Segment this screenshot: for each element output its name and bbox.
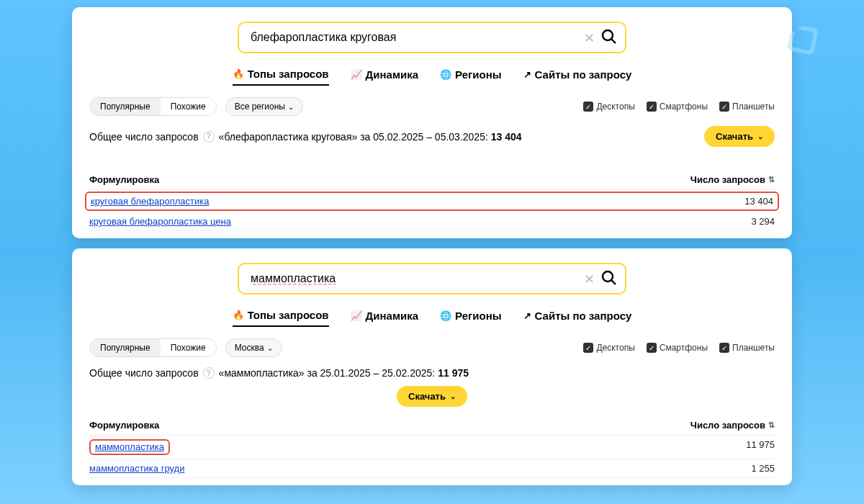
svg-line-3 bbox=[611, 280, 616, 284]
result-link[interactable]: круговая блефаропластика цена bbox=[89, 216, 231, 227]
summary-row: Общее число запросов ? «маммопластика» з… bbox=[89, 367, 775, 379]
download-center: Скачать ⌄ bbox=[89, 386, 775, 407]
filters-left: Популярные Похожие Все регионы ⌄ bbox=[89, 97, 303, 116]
region-label: Все регионы bbox=[235, 102, 285, 112]
check-icon: ✓ bbox=[647, 343, 657, 353]
pill-similar[interactable]: Похожие bbox=[161, 339, 216, 356]
chevron-down-icon: ⌄ bbox=[450, 392, 456, 400]
download-button[interactable]: Скачать ⌄ bbox=[704, 126, 775, 147]
summary-prefix: Общее число запросов bbox=[89, 367, 199, 379]
summary-text: Общее число запросов ? «блефаропластика … bbox=[89, 131, 522, 143]
tab-regions[interactable]: 🌐 Регионы bbox=[440, 68, 501, 86]
tab-regions[interactable]: 🌐 Регионы bbox=[440, 309, 501, 327]
tab-sites[interactable]: ↗ Сайты по запросу bbox=[523, 309, 632, 327]
checkbox-smartphone[interactable]: ✓ Смартфоны bbox=[647, 343, 708, 353]
checkbox-label: Смартфоны bbox=[660, 343, 708, 353]
summary-prefix: Общее число запросов bbox=[89, 131, 199, 143]
help-icon[interactable]: ? bbox=[203, 367, 215, 379]
check-icon: ✓ bbox=[583, 102, 593, 112]
panel-2: ✕ 🔥 Топы запросов 📈 Динамика 🌐 Регионы ↗… bbox=[72, 248, 792, 485]
tab-dynamics[interactable]: 📈 Динамика bbox=[351, 309, 418, 327]
tab-label: Топы запросов bbox=[248, 309, 329, 321]
search-box: ✕ bbox=[238, 22, 626, 53]
filter-row: Популярные Похожие Все регионы ⌄ ✓ Дескт… bbox=[89, 97, 775, 116]
pill-group: Популярные Похожие bbox=[89, 338, 217, 357]
col-formula: Формулировка bbox=[89, 174, 159, 185]
check-icon: ✓ bbox=[719, 102, 729, 112]
filters-left: Популярные Похожие Москва ⌄ bbox=[89, 338, 282, 357]
globe-icon: 🌐 bbox=[440, 310, 451, 321]
tab-label: Сайты по запросу bbox=[535, 310, 632, 322]
result-link[interactable]: круговая блефаропластика bbox=[91, 196, 209, 207]
col-count-label: Число запросов bbox=[690, 174, 765, 185]
search-icon[interactable] bbox=[600, 269, 618, 289]
tabs: 🔥 Топы запросов 📈 Динамика 🌐 Регионы ↗ С… bbox=[89, 68, 775, 86]
sort-icon: ⇅ bbox=[768, 175, 775, 184]
region-selector[interactable]: Все регионы ⌄ bbox=[225, 97, 303, 116]
checkbox-desktop[interactable]: ✓ Десктопы bbox=[583, 343, 634, 353]
flame-icon: 🔥 bbox=[233, 68, 244, 79]
checkbox-smartphone[interactable]: ✓ Смартфоны bbox=[647, 102, 708, 112]
tabs: 🔥 Топы запросов 📈 Динамика 🌐 Регионы ↗ С… bbox=[89, 309, 775, 327]
table-row: круговая блефаропластика 13 404 bbox=[85, 192, 779, 211]
summary-mid: «блефаропластика круговая» за 05.02.2025… bbox=[219, 131, 488, 143]
search-box: ✕ bbox=[238, 263, 626, 294]
result-link[interactable]: маммопластика груди bbox=[89, 463, 184, 474]
result-count: 1 255 bbox=[751, 463, 775, 474]
table-row: маммопластика груди 1 255 bbox=[89, 459, 775, 478]
tab-label: Топы запросов bbox=[248, 68, 329, 80]
summary-text: Общее число запросов ? «маммопластика» з… bbox=[89, 367, 469, 379]
clear-icon[interactable]: ✕ bbox=[584, 30, 595, 46]
pill-similar[interactable]: Похожие bbox=[161, 98, 216, 115]
tab-label: Регионы bbox=[455, 68, 501, 81]
clear-icon[interactable]: ✕ bbox=[584, 271, 595, 287]
checkbox-desktop[interactable]: ✓ Десктопы bbox=[583, 102, 634, 112]
checkbox-label: Планшеты bbox=[732, 102, 775, 112]
search-input[interactable] bbox=[238, 263, 626, 294]
flame-icon: 🔥 bbox=[233, 310, 244, 320]
table-row: маммопластика 11 975 bbox=[89, 436, 775, 459]
region-selector[interactable]: Москва ⌄ bbox=[225, 338, 282, 357]
search-input[interactable] bbox=[238, 22, 626, 53]
pill-group: Популярные Похожие bbox=[89, 97, 217, 116]
tab-sites[interactable]: ↗ Сайты по запросу bbox=[523, 68, 632, 86]
download-label: Скачать bbox=[716, 131, 753, 142]
summary-total: 13 404 bbox=[491, 131, 522, 143]
check-icon: ✓ bbox=[583, 343, 593, 353]
globe-icon: 🌐 bbox=[440, 69, 451, 80]
download-button[interactable]: Скачать ⌄ bbox=[397, 386, 467, 407]
search-icon[interactable] bbox=[600, 28, 618, 48]
checkbox-tablet[interactable]: ✓ Планшеты bbox=[719, 102, 775, 112]
download-label: Скачать bbox=[408, 391, 446, 402]
checkbox-label: Смартфоны bbox=[660, 102, 708, 112]
result-link[interactable]: маммопластика bbox=[95, 441, 164, 452]
chevron-down-icon: ⌄ bbox=[288, 103, 294, 111]
col-formula: Формулировка bbox=[89, 420, 159, 431]
link-icon: ↗ bbox=[523, 69, 531, 80]
result-count: 11 975 bbox=[746, 439, 775, 455]
device-filters: ✓ Десктопы ✓ Смартфоны ✓ Планшеты bbox=[583, 102, 775, 112]
tab-dynamics[interactable]: 📈 Динамика bbox=[351, 68, 418, 86]
summary-total: 11 975 bbox=[438, 367, 469, 379]
chevron-down-icon: ⌄ bbox=[267, 344, 273, 352]
decorative-shape bbox=[781, 18, 824, 60]
pill-popular[interactable]: Популярные bbox=[90, 339, 161, 356]
filter-row: Популярные Похожие Москва ⌄ ✓ Десктопы ✓… bbox=[89, 338, 775, 357]
table-row: круговая блефаропластика цена 3 294 bbox=[89, 212, 775, 231]
help-icon[interactable]: ? bbox=[203, 131, 215, 143]
region-label: Москва bbox=[235, 343, 264, 353]
device-filters: ✓ Десктопы ✓ Смартфоны ✓ Планшеты bbox=[583, 343, 775, 353]
tab-label: Динамика bbox=[366, 310, 418, 322]
tab-tops[interactable]: 🔥 Топы запросов bbox=[233, 309, 329, 327]
col-count[interactable]: Число запросов ⇅ bbox=[690, 420, 775, 431]
col-count[interactable]: Число запросов ⇅ bbox=[690, 174, 775, 185]
pill-popular[interactable]: Популярные bbox=[90, 98, 161, 115]
summary-mid: «маммопластика» за 25.01.2025 – 25.02.20… bbox=[219, 367, 436, 379]
checkbox-tablet[interactable]: ✓ Планшеты bbox=[719, 343, 775, 353]
summary-row: Общее число запросов ? «блефаропластика … bbox=[89, 126, 775, 147]
link-icon: ↗ bbox=[523, 310, 531, 321]
tab-tops[interactable]: 🔥 Топы запросов bbox=[233, 68, 329, 86]
checkbox-label: Десктопы bbox=[596, 343, 634, 353]
checkbox-label: Десктопы bbox=[596, 102, 634, 112]
highlighted-term: маммопластика bbox=[89, 439, 170, 455]
